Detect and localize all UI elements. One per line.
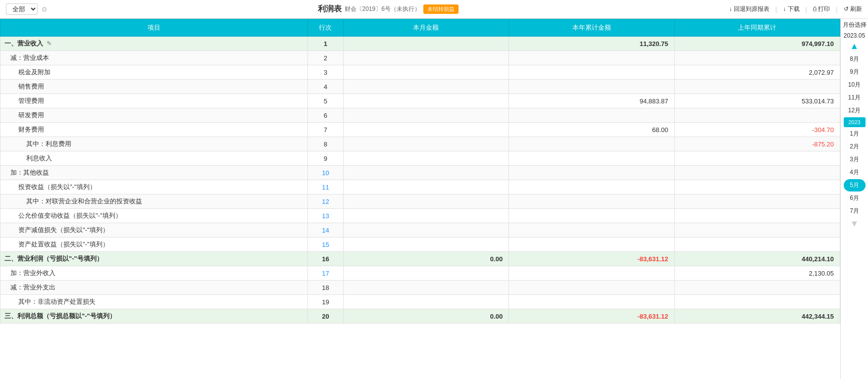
report-subtitle: 财会〔2019〕6号（未执行） — [345, 5, 420, 13]
top-bar-right: ↓ 回退到原报表 | ↓ 下载 | ⎙ 打印 | ↺ 刷新 — [729, 5, 862, 13]
cell-month — [343, 65, 509, 80]
help-icon[interactable]: ⊙ — [42, 5, 47, 13]
table-row: 公允价值变动收益（损失以"-"填列）13 — [0, 209, 840, 223]
cell-month — [343, 151, 509, 166]
month-item[interactable]: 7月 — [844, 205, 866, 217]
cell-row-num: 5 — [308, 94, 344, 108]
month-item[interactable]: 6月 — [844, 192, 866, 204]
cell-row-num: 13 — [308, 209, 344, 223]
month-item[interactable]: 9月 — [844, 66, 866, 78]
cell-month — [343, 37, 509, 51]
month-item[interactable]: 1月 — [844, 128, 866, 140]
table-row: 财务费用768.00-304.70 — [0, 123, 840, 137]
cell-month — [343, 51, 509, 65]
nav-down-button[interactable]: ▼ — [850, 219, 859, 229]
cell-item: 三、利润总额（亏损总额以"-"号填列） — [0, 309, 308, 324]
top-bar: 全部 ⊙ 利润表 财会〔2019〕6号（未执行） 未结转损益 ↓ 回退到原报表 … — [0, 0, 868, 19]
month-item[interactable]: 12月 — [844, 104, 866, 117]
table-row: 管理费用594,883.87533,014.73 — [0, 94, 840, 108]
sidebar-year: 2023.05 — [844, 32, 865, 39]
table-row: 投资收益（损失以"-"填列）11 — [0, 180, 840, 194]
cell-year: 68.00 — [509, 123, 674, 137]
table-body: 一、营业收入 ✎111,320.75974,997.10减：营业成本2税金及附加… — [0, 37, 840, 324]
month-list: 8月9月10月11月12月20231月2月3月4月5月6月7月 — [844, 52, 866, 218]
nav-up-button[interactable]: ▲ — [850, 41, 859, 51]
cell-row-num: 2 — [308, 51, 344, 65]
cell-prev — [674, 80, 840, 94]
table-row: 三、利润总额（亏损总额以"-"号填列）200.00-83,631.12442,3… — [0, 309, 840, 324]
table-row: 加：其他收益10 — [0, 166, 840, 180]
cell-prev: 2,130.05 — [674, 266, 840, 281]
table-row: 二、营业利润（亏损以"-"号填列）160.00-83,631.12440,214… — [0, 252, 840, 266]
back-button[interactable]: ↓ 回退到原报表 — [729, 5, 769, 13]
cell-year — [509, 237, 674, 252]
month-item[interactable]: 4月 — [844, 166, 866, 179]
cell-year: -83,631.12 — [509, 309, 674, 324]
month-item[interactable]: 2月 — [844, 141, 866, 153]
cell-item: 加：营业外收入 — [0, 266, 308, 281]
cell-item: 研发费用 — [0, 108, 308, 123]
cell-row-num: 19 — [308, 295, 344, 309]
month-item[interactable]: 8月 — [844, 53, 866, 65]
main-layout: 项目 行次 本月金额 本年累计金额 上年同期累计 一、营业收入 ✎111,320… — [0, 19, 868, 379]
table-row: 研发费用6 — [0, 108, 840, 123]
print-button[interactable]: ⎙ 打印 — [813, 5, 830, 13]
cell-item: 一、营业收入 ✎ — [0, 37, 308, 51]
cell-year — [509, 266, 674, 281]
top-bar-center: 利润表 财会〔2019〕6号（未执行） 未结转损益 — [318, 4, 459, 14]
table-row: 销售费用4 — [0, 80, 840, 94]
cell-year — [509, 151, 674, 166]
month-item[interactable]: 5月 — [844, 179, 866, 191]
table-row: 其中：利息费用8-875.20 — [0, 137, 840, 151]
month-item[interactable]: 10月 — [844, 79, 866, 91]
cell-prev — [674, 295, 840, 309]
cell-year — [509, 108, 674, 123]
table-row: 减：营业成本2 — [0, 51, 840, 65]
table-row: 其中：对联营企业和合营企业的投资收益12 — [0, 194, 840, 209]
refresh-button[interactable]: ↺ 刷新 — [844, 5, 862, 13]
cell-month — [343, 180, 509, 194]
month-item[interactable]: 3月 — [844, 153, 866, 166]
cell-item: 投资收益（损失以"-"填列） — [0, 180, 308, 194]
cell-year — [509, 223, 674, 237]
cell-month: 0.00 — [343, 309, 509, 324]
cell-item: 资产处置收益（损失以"-"填列） — [0, 237, 308, 252]
cell-item: 销售费用 — [0, 80, 308, 94]
cell-item: 减：营业成本 — [0, 51, 308, 65]
edit-icon[interactable]: ✎ — [45, 40, 51, 47]
month-item[interactable]: 2023 — [844, 117, 866, 127]
cell-row-num: 3 — [308, 65, 344, 80]
table-header-row: 项目 行次 本月金额 本年累计金额 上年同期累计 — [0, 19, 840, 37]
cell-month — [343, 295, 509, 309]
month-item[interactable]: 11月 — [844, 92, 866, 104]
scope-select[interactable]: 全部 — [6, 3, 38, 15]
cell-item: 其中：非流动资产处置损失 — [0, 295, 308, 309]
table-row: 一、营业收入 ✎111,320.75974,997.10 — [0, 37, 840, 51]
table-row: 其中：非流动资产处置损失19 — [0, 295, 840, 309]
report-title: 利润表 — [318, 4, 342, 14]
cell-item: 加：其他收益 — [0, 166, 308, 180]
cell-year: -83,631.12 — [509, 252, 674, 266]
cell-year: 11,320.75 — [509, 37, 674, 51]
cell-row-num: 12 — [308, 194, 344, 209]
header-month: 本月金额 — [343, 19, 509, 37]
cell-item: 利息收入 — [0, 151, 308, 166]
cell-prev — [674, 151, 840, 166]
cell-month — [343, 237, 509, 252]
table-row: 加：营业外收入172,130.05 — [0, 266, 840, 281]
cell-item: 税金及附加 — [0, 65, 308, 80]
cell-row-num: 10 — [308, 166, 344, 180]
download-button[interactable]: ↓ 下载 — [783, 5, 799, 13]
cell-prev — [674, 209, 840, 223]
cell-prev: 442,344.15 — [674, 309, 840, 324]
cell-prev — [674, 108, 840, 123]
header-prev: 上年同期累计 — [674, 19, 840, 37]
cell-row-num: 8 — [308, 137, 344, 151]
cell-prev: 2,072.97 — [674, 65, 840, 80]
sidebar-right: 月份选择 2023.05 ▲ 8月9月10月11月12月20231月2月3月4月… — [840, 19, 868, 379]
cell-year — [509, 166, 674, 180]
cell-prev — [674, 237, 840, 252]
cell-item: 财务费用 — [0, 123, 308, 137]
cell-prev — [674, 194, 840, 209]
table-area[interactable]: 项目 行次 本月金额 本年累计金额 上年同期累计 一、营业收入 ✎111,320… — [0, 19, 840, 379]
